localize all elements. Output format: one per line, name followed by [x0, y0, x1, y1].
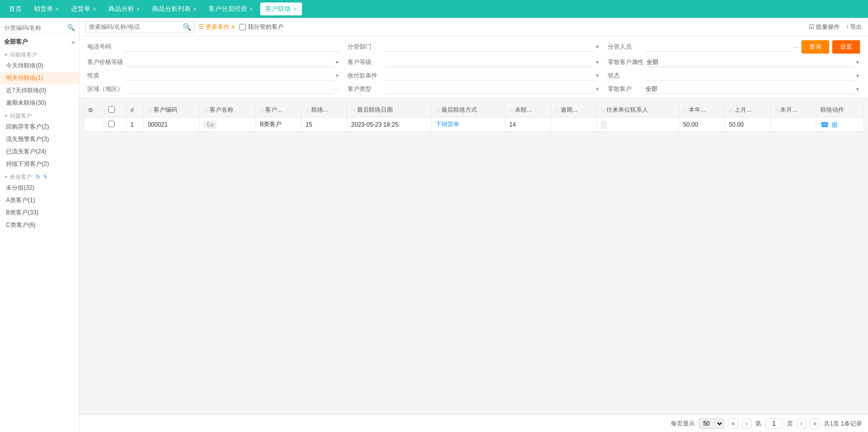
row-last-contact-method[interactable]: 下销货单: [432, 118, 505, 132]
nav-sales[interactable]: 销货单 ✕: [29, 2, 64, 15]
col-code[interactable]: ⬡ 客户编码: [144, 103, 200, 118]
table-area: ⚙ # ⬡ 客户编码 ⬡ 客户名称: [79, 98, 868, 415]
collapse-icon[interactable]: «: [72, 38, 75, 46]
close-icon[interactable]: ✕: [249, 6, 253, 12]
refresh-icon[interactable]: ↻: [36, 174, 40, 180]
col-gear[interactable]: ⚙: [84, 103, 104, 118]
filter-row-dept: 分管部门 ▼: [348, 40, 600, 54]
filter-more-button[interactable]: ☰ 更多条件 ∧: [199, 23, 235, 31]
sidebar-item-week[interactable]: 近7天待联络(0): [0, 84, 79, 97]
row-select-checkbox[interactable]: [108, 121, 115, 127]
row-checkbox[interactable]: [104, 118, 126, 132]
sidebar-item-declining[interactable]: 持续下滑客户(2): [0, 158, 79, 170]
close-icon[interactable]: ✕: [293, 6, 297, 12]
sidebar-item-ungrouped[interactable]: 未分组(32): [0, 182, 79, 194]
sidebar-group-value: ▼ 价值客户 ↻ ✎: [0, 170, 79, 182]
col-this-month[interactable]: ⬡ 本月...: [770, 103, 816, 118]
first-page-button[interactable]: «: [728, 419, 738, 429]
filter-input-person[interactable]: [646, 42, 794, 52]
filter-label-cust-grade: 客户等级: [348, 58, 382, 67]
more-action-icon[interactable]: ⊞: [832, 121, 838, 129]
contact-action-icon[interactable]: ☎: [820, 121, 829, 129]
filter-row-status: 状态 ▼: [608, 71, 860, 80]
sidebar-search-input[interactable]: [4, 24, 67, 31]
close-icon[interactable]: ✕: [193, 6, 197, 12]
filter-input-region[interactable]: [126, 84, 335, 94]
col-no-contact[interactable]: ⬡ 未联...: [505, 103, 551, 118]
filter-select-status-wrap: ▼: [646, 71, 860, 80]
close-icon[interactable]: ✕: [55, 6, 59, 12]
row-type: B类客户: [256, 118, 301, 132]
table-header-row: ⚙ # ⬡ 客户编码 ⬡ 客户名称: [84, 103, 864, 118]
sort-icon: ⬡: [435, 108, 439, 113]
filter-select-status[interactable]: [646, 71, 854, 80]
sidebar-item-overdue[interactable]: 逾期未联络(30): [0, 97, 79, 109]
export-button[interactable]: ↑ 导出: [846, 23, 862, 31]
gear-icon[interactable]: ⚙: [88, 107, 93, 114]
close-icon[interactable]: ✕: [92, 6, 96, 12]
filter-select-price-grade[interactable]: [126, 58, 334, 67]
batch-ops-button[interactable]: ☑ 批量操作: [809, 23, 840, 31]
dots-icon[interactable]: ···: [794, 44, 798, 51]
search-input[interactable]: [89, 23, 183, 30]
filter-label-region: 区域（地区）: [87, 85, 123, 93]
nav-product-analysis[interactable]: 商品分析 ✕: [103, 2, 145, 15]
last-contact-method-link[interactable]: 下销货单: [435, 121, 459, 128]
filter-input-phone[interactable]: [125, 42, 340, 52]
last-page-button[interactable]: »: [810, 419, 820, 429]
reset-button[interactable]: 设置: [832, 40, 860, 54]
close-icon[interactable]: ✕: [136, 6, 140, 12]
per-page-label: 每页显示: [671, 420, 695, 428]
row-gear: [84, 118, 104, 132]
col-name[interactable]: ⬡ 客户名称: [200, 103, 256, 118]
col-last-month[interactable]: ⬡ 上月...: [724, 103, 770, 118]
sidebar-item-type-a[interactable]: A类客户(1): [0, 194, 79, 207]
filter-select-nature[interactable]: [125, 71, 334, 80]
filter-select-retail-attr[interactable]: 全部: [647, 58, 854, 67]
all-customers-label: 全部客户: [4, 38, 28, 46]
filter-label-retail-attr: 零散客户属性: [608, 58, 644, 67]
nav-home[interactable]: 首页: [4, 2, 27, 15]
col-this-year[interactable]: ⬡ 本年...: [679, 103, 724, 118]
sidebar-item-today[interactable]: 今天待联络(0): [0, 60, 79, 72]
edit-icon[interactable]: ✎: [43, 174, 48, 180]
prev-page-button[interactable]: ‹: [742, 419, 751, 429]
filter-label-retail-cust: 零散客户: [608, 85, 643, 93]
dots-icon[interactable]: ···: [335, 86, 340, 93]
nav-customer-contact[interactable]: 客户联络 ✕: [260, 2, 302, 15]
next-page-button[interactable]: ›: [797, 419, 806, 429]
sort-icon: ⬡: [204, 108, 208, 113]
filter-row-payment: 收付款条件 ▼: [348, 71, 600, 80]
filter-select-price-grade-wrap: ▼: [126, 58, 340, 67]
filter-select-cust-type[interactable]: [385, 84, 594, 94]
col-contacts[interactable]: ⬡ 联络...: [301, 103, 347, 118]
col-overdue[interactable]: ⬡ 逾期...: [551, 103, 596, 118]
page-input[interactable]: [765, 419, 783, 429]
sidebar-item-churned[interactable]: 已流失客户(24): [0, 145, 79, 158]
my-customers-checkbox[interactable]: [239, 24, 246, 30]
query-button[interactable]: 查询: [801, 40, 829, 54]
per-page-select[interactable]: 50 100 200: [699, 418, 724, 429]
sidebar-item-churn-warning[interactable]: 流失预警客户(3): [0, 133, 79, 145]
nav-purchase[interactable]: 进货单 ✕: [66, 2, 101, 15]
filter-select-cust-grade[interactable]: [385, 58, 594, 67]
search-icon[interactable]: 🔍: [67, 24, 75, 31]
filter-select-dept[interactable]: [385, 42, 594, 52]
filter-select-payment[interactable]: [385, 71, 594, 80]
select-all-checkbox[interactable]: [108, 106, 115, 113]
search-button[interactable]: 🔍: [183, 23, 191, 31]
col-last-contact-method[interactable]: ⬡ 最后联络方式: [432, 103, 505, 118]
sidebar-item-type-c[interactable]: C类客户(6): [0, 219, 79, 231]
col-type[interactable]: ⬡ 客户...: [256, 103, 301, 118]
sort-icon: ⬡: [148, 108, 152, 113]
sidebar-item-tomorrow[interactable]: 明天待联络(1): [0, 72, 79, 84]
nav-product-analysis-table[interactable]: 商品分析列表 ✕: [147, 2, 202, 15]
col-checkbox[interactable]: [104, 103, 126, 118]
sidebar-item-type-b[interactable]: B类客户(33): [0, 207, 79, 219]
col-related-contact[interactable]: ⬡ 往来单位联系人: [596, 103, 679, 118]
sidebar-item-repurchase[interactable]: 回购异常客户(2): [0, 121, 79, 133]
nav-customer-tier[interactable]: 客户分层经营 ✕: [204, 2, 258, 15]
col-last-contact-date[interactable]: ⬡ 最后联络日期: [347, 103, 432, 118]
sidebar-all-customers[interactable]: 全部客户 «: [0, 36, 79, 48]
filter-select-retail-cust[interactable]: 全部: [646, 84, 854, 94]
